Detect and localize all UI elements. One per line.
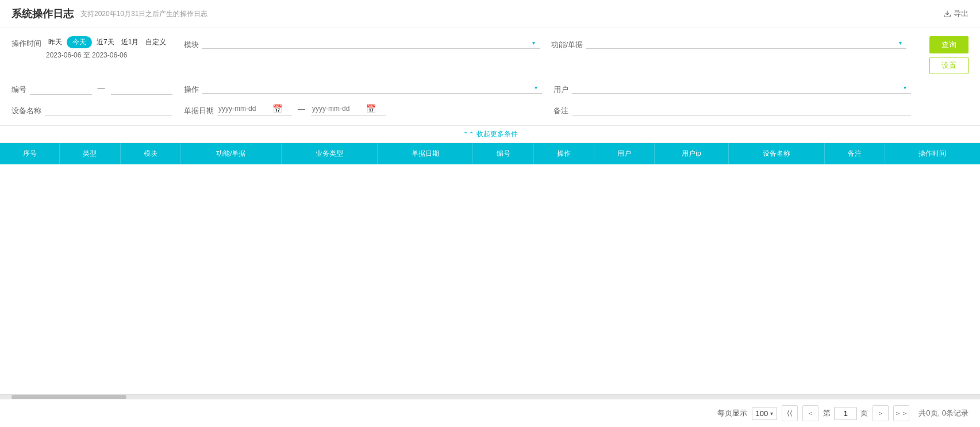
action-buttons: 查询 设置 bbox=[929, 36, 969, 74]
per-page-label: 每页显示 bbox=[717, 408, 747, 418]
col-user: 用户 bbox=[594, 143, 654, 164]
module-select[interactable]: ▾ bbox=[202, 37, 540, 49]
page-header: 系统操作日志 支持2020年10月31日之后产生的操作日志 导出 bbox=[0, 0, 980, 28]
page-title: 系统操作日志 bbox=[11, 7, 74, 21]
remark-input[interactable] bbox=[572, 102, 912, 116]
function-chevron-icon: ▾ bbox=[899, 40, 902, 46]
filter-section: 操作时间 昨天 今天 近7天 近1月 自定义 2023-06-06 至 2023… bbox=[0, 28, 980, 126]
col-remark: 备注 bbox=[824, 143, 885, 164]
collapse-button[interactable]: ⌃⌃ 收起更多条件 bbox=[463, 129, 518, 139]
user-chevron-icon: ▾ bbox=[904, 84, 906, 91]
data-table: 序号 类型 模块 功能/单据 业务类型 单据日期 编号 操作 用户 用户ip 设… bbox=[0, 143, 980, 164]
module-chevron-icon: ▾ bbox=[532, 40, 535, 46]
month-btn[interactable]: 近1月 bbox=[119, 36, 141, 48]
id-input-to[interactable] bbox=[111, 81, 173, 95]
col-function: 功能/单据 bbox=[180, 143, 281, 164]
user-label: 用户 bbox=[554, 81, 568, 95]
col-op-time: 操作时间 bbox=[885, 143, 980, 164]
doc-date-to-input[interactable] bbox=[312, 105, 364, 113]
table-header: 序号 类型 模块 功能/单据 业务类型 单据日期 编号 操作 用户 用户ip 设… bbox=[0, 143, 980, 164]
operation-label: 操作 bbox=[184, 81, 199, 95]
first-page-button[interactable]: ⟨⟨ bbox=[782, 405, 798, 421]
calendar-to-icon[interactable]: 📅 bbox=[366, 104, 376, 113]
date-range-display: 2023-06-06 至 2023-06-06 bbox=[46, 51, 168, 60]
collapse-arrow-icon: ⌃⌃ bbox=[463, 130, 474, 139]
table-container[interactable]: 序号 类型 模块 功能/单据 业务类型 单据日期 编号 操作 用户 用户ip 设… bbox=[0, 143, 980, 394]
col-operation: 操作 bbox=[533, 143, 594, 164]
page-size-chevron-icon: ▾ bbox=[770, 410, 773, 417]
table-header-row: 序号 类型 模块 功能/单据 业务类型 单据日期 编号 操作 用户 用户ip 设… bbox=[0, 143, 980, 164]
page-size-select[interactable]: 100 ▾ bbox=[752, 407, 778, 420]
device-label: 设备名称 bbox=[11, 102, 41, 116]
horizontal-scrollbar[interactable] bbox=[0, 394, 980, 399]
col-doc-date: 单据日期 bbox=[377, 143, 473, 164]
col-id: 编号 bbox=[473, 143, 533, 164]
col-type: 类型 bbox=[60, 143, 120, 164]
page-subtitle: 支持2020年10月31日之后产生的操作日志 bbox=[80, 9, 207, 19]
module-label: 模块 bbox=[184, 36, 199, 50]
collapse-bar: ⌃⌃ 收起更多条件 bbox=[0, 126, 980, 143]
setting-button[interactable]: 设置 bbox=[929, 57, 969, 74]
custom-btn[interactable]: 自定义 bbox=[143, 36, 168, 48]
col-user-ip: 用户ip bbox=[654, 143, 728, 164]
page-input[interactable] bbox=[834, 407, 857, 420]
yesterday-btn[interactable]: 昨天 bbox=[46, 36, 64, 48]
pagination: 每页显示 100 ▾ ⟨⟨ ＜ 第 页 ＞ ＞＞ 共0页, 0条记录 bbox=[0, 399, 980, 427]
export-button[interactable]: 导出 bbox=[943, 9, 969, 19]
last-page-button[interactable]: ＞＞ bbox=[893, 405, 909, 421]
doc-date-from-wrapper: 📅 bbox=[217, 102, 292, 116]
doc-date-from-input[interactable] bbox=[218, 105, 270, 113]
time-selector: 昨天 今天 近7天 近1月 自定义 2023-06-06 至 2023-06-0… bbox=[46, 36, 168, 60]
doc-date-label: 单据日期 bbox=[184, 102, 214, 116]
remark-label: 备注 bbox=[554, 102, 568, 116]
function-select[interactable]: ▾ bbox=[586, 37, 906, 49]
calendar-from-icon[interactable]: 📅 bbox=[272, 104, 282, 113]
col-index: 序号 bbox=[0, 143, 60, 164]
export-icon bbox=[943, 10, 951, 18]
page-info: 第 页 bbox=[823, 407, 868, 420]
query-button[interactable]: 查询 bbox=[929, 36, 969, 53]
doc-date-to-wrapper: 📅 bbox=[311, 102, 386, 116]
operation-time-label: 操作时间 bbox=[11, 36, 41, 49]
col-device: 设备名称 bbox=[729, 143, 825, 164]
user-select[interactable]: ▾ bbox=[572, 82, 912, 94]
operation-select[interactable]: ▾ bbox=[202, 82, 542, 94]
next-page-button[interactable]: ＞ bbox=[873, 405, 889, 421]
function-label: 功能/单据 bbox=[551, 36, 583, 50]
prev-page-button[interactable]: ＜ bbox=[802, 405, 818, 421]
id-label: 编号 bbox=[11, 81, 26, 95]
col-module: 模块 bbox=[120, 143, 180, 164]
today-btn[interactable]: 今天 bbox=[67, 36, 92, 48]
week-btn[interactable]: 近7天 bbox=[94, 36, 117, 48]
operation-chevron-icon: ▾ bbox=[535, 84, 537, 91]
device-input[interactable] bbox=[45, 102, 172, 116]
col-biz-type: 业务类型 bbox=[281, 143, 377, 164]
id-input-from[interactable] bbox=[30, 81, 92, 95]
total-info: 共0页, 0条记录 bbox=[918, 408, 969, 418]
